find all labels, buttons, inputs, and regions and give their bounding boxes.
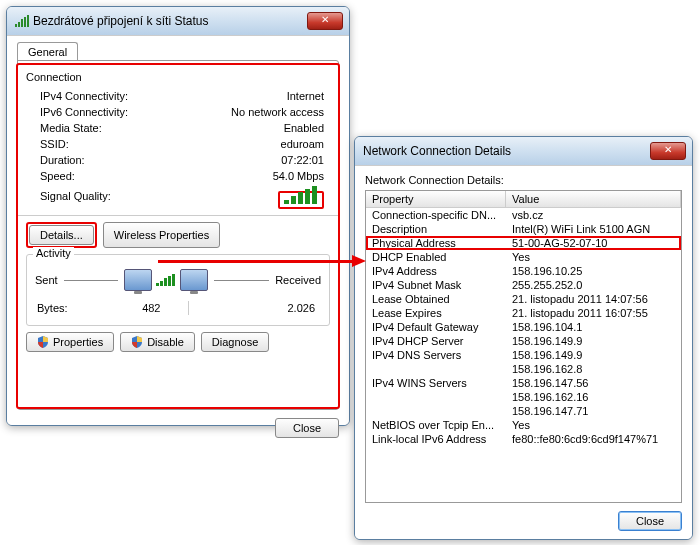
activity-label: Activity — [33, 247, 74, 259]
label: Signal Quality: — [28, 185, 171, 207]
close-icon[interactable]: ✕ — [650, 142, 686, 160]
label: SSID: — [28, 137, 171, 151]
value: 54.0 Mbps — [173, 169, 328, 183]
disable-label: Disable — [147, 336, 184, 348]
value-cell: 158.196.104.1 — [506, 320, 681, 334]
network-details-window: Network Connection Details ✕ Network Con… — [354, 136, 693, 540]
properties-label: Properties — [53, 336, 103, 348]
shield-icon — [37, 336, 49, 348]
value-cell: 158.196.149.9 — [506, 348, 681, 362]
table-row[interactable]: IPv4 Subnet Mask255.255.252.0 — [366, 278, 681, 292]
connection-table: IPv4 Connectivity:Internet IPv6 Connecti… — [26, 87, 330, 209]
table-row[interactable]: IPv4 Address158.196.10.25 — [366, 264, 681, 278]
disable-button[interactable]: Disable — [120, 332, 195, 352]
table-row[interactable]: Connection-specific DN...vsb.cz — [366, 208, 681, 222]
property-cell — [366, 390, 506, 404]
bytes-received: 2.026 — [220, 301, 319, 315]
window-body: Network Connection Details: Property Val… — [355, 165, 692, 539]
titlebar[interactable]: Bezdrátové připojení k síti Status ✕ — [7, 7, 349, 35]
property-cell: IPv4 DHCP Server — [366, 334, 506, 348]
value-cell: Intel(R) WiFi Link 5100 AGN — [506, 222, 681, 236]
value-cell: 21. listopadu 2011 14:07:56 — [506, 292, 681, 306]
column-value[interactable]: Value — [506, 191, 681, 208]
table-row[interactable]: 158.196.162.8 — [366, 362, 681, 376]
table-row[interactable]: DescriptionIntel(R) WiFi Link 5100 AGN — [366, 222, 681, 236]
close-button[interactable]: Close — [275, 418, 339, 438]
property-cell: Lease Expires — [366, 306, 506, 320]
value-cell: 158.196.162.16 — [506, 390, 681, 404]
property-cell: Lease Obtained — [366, 292, 506, 306]
table-row[interactable]: DHCP EnabledYes — [366, 250, 681, 264]
diagnose-button[interactable]: Diagnose — [201, 332, 269, 352]
wifi-icon — [15, 15, 29, 27]
wireless-properties-button[interactable]: Wireless Properties — [103, 222, 220, 248]
connection-group-label: Connection — [26, 71, 330, 83]
value-cell: 158.196.10.25 — [506, 264, 681, 278]
table-row[interactable]: Lease Obtained21. listopadu 2011 14:07:5… — [366, 292, 681, 306]
tab-content: Connection IPv4 Connectivity:Internet IP… — [17, 60, 339, 410]
value-cell: 158.196.149.9 — [506, 334, 681, 348]
value-cell: 158.196.147.71 — [506, 404, 681, 418]
table-row[interactable]: NetBIOS over Tcpip En...Yes — [366, 418, 681, 432]
property-cell: IPv4 Subnet Mask — [366, 278, 506, 292]
details-listview[interactable]: Property Value Connection-specific DN...… — [365, 190, 682, 503]
label: IPv4 Connectivity: — [28, 89, 171, 103]
details-button[interactable]: Details... — [29, 225, 94, 245]
details-heading: Network Connection Details: — [365, 174, 682, 186]
property-cell — [366, 404, 506, 418]
value: Enabled — [173, 121, 328, 135]
window-title: Bezdrátové připojení k síti Status — [33, 14, 307, 28]
property-cell: IPv4 Default Gateway — [366, 320, 506, 334]
sent-label: Sent — [35, 274, 58, 286]
table-row[interactable]: Physical Address51-00-AG-52-07-10 — [366, 236, 681, 250]
wireless-status-window: Bezdrátové připojení k síti Status ✕ Gen… — [6, 6, 350, 426]
property-cell: IPv4 Address — [366, 264, 506, 278]
bytes-label: Bytes: — [37, 301, 106, 315]
value: Internet — [173, 89, 328, 103]
value-cell: 255.255.252.0 — [506, 278, 681, 292]
shield-icon — [131, 336, 143, 348]
value: 07:22:01 — [173, 153, 328, 167]
table-row[interactable]: IPv4 WINS Servers158.196.147.56 — [366, 376, 681, 390]
table-row[interactable]: 158.196.162.16 — [366, 390, 681, 404]
received-label: Received — [275, 274, 321, 286]
titlebar[interactable]: Network Connection Details ✕ — [355, 137, 692, 165]
value-cell: 21. listopadu 2011 16:07:55 — [506, 306, 681, 320]
table-row[interactable]: 158.196.147.71 — [366, 404, 681, 418]
value-cell: 51-00-AG-52-07-10 — [506, 236, 681, 250]
value-cell: fe80::fe80:6cd9:6cd9f147%71 — [506, 432, 681, 446]
label: Duration: — [28, 153, 171, 167]
value-cell: 158.196.147.56 — [506, 376, 681, 390]
property-cell: Connection-specific DN... — [366, 208, 506, 222]
table-row[interactable]: IPv4 DHCP Server158.196.149.9 — [366, 334, 681, 348]
property-cell: IPv4 WINS Servers — [366, 376, 506, 390]
property-cell: Link-local IPv6 Address — [366, 432, 506, 446]
close-icon[interactable]: ✕ — [307, 12, 343, 30]
label: IPv6 Connectivity: — [28, 105, 171, 119]
table-row[interactable]: Link-local IPv6 Addressfe80::fe80:6cd9:6… — [366, 432, 681, 446]
value-cell: 158.196.162.8 — [506, 362, 681, 376]
bytes-sent: 482 — [108, 301, 186, 315]
table-row[interactable]: IPv4 Default Gateway158.196.104.1 — [366, 320, 681, 334]
label: Speed: — [28, 169, 171, 183]
table-row[interactable]: IPv4 DNS Servers158.196.149.9 — [366, 348, 681, 362]
properties-button[interactable]: Properties — [26, 332, 114, 352]
value-cell: Yes — [506, 418, 681, 432]
value: No network access — [173, 105, 328, 119]
property-cell: DHCP Enabled — [366, 250, 506, 264]
value: eduroam — [173, 137, 328, 151]
property-cell: Physical Address — [366, 236, 506, 250]
tab-general[interactable]: General — [17, 42, 78, 61]
window-body: General Connection IPv4 Connectivity:Int… — [7, 35, 349, 425]
column-property[interactable]: Property — [366, 191, 506, 208]
computer-icon — [124, 269, 208, 291]
property-cell: Description — [366, 222, 506, 236]
property-cell — [366, 362, 506, 376]
table-row[interactable]: Lease Expires21. listopadu 2011 16:07:55 — [366, 306, 681, 320]
activity-group: Activity Sent Received Bytes: 482 — [26, 254, 330, 326]
close-button[interactable]: Close — [618, 511, 682, 531]
value-cell: vsb.cz — [506, 208, 681, 222]
property-cell: NetBIOS over Tcpip En... — [366, 418, 506, 432]
value-cell: Yes — [506, 250, 681, 264]
window-title: Network Connection Details — [363, 144, 650, 158]
